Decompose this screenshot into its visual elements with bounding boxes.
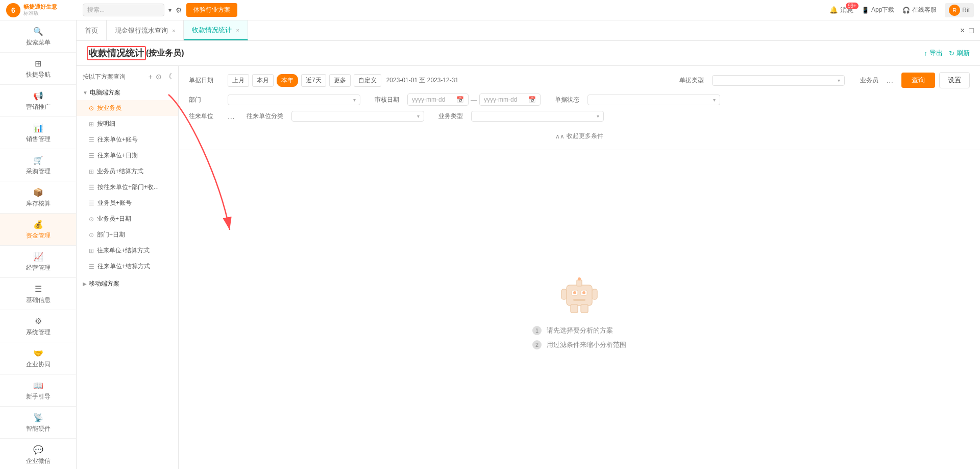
sidebar-item-search-menu[interactable]: 🔍 搜索菜单 [0,20,76,53]
dept-label: 部门 [189,96,219,104]
header-search-display: 搜索... [83,4,164,16]
sidebar-item-basic-info[interactable]: ☰ 基础信息 [0,278,76,310]
search-menu-icon: 🔍 [33,27,43,36]
tree-child-unit-dept[interactable]: ☰ 按往来单位+部门+收... [77,179,178,195]
salesperson-ellipsis-btn[interactable]: ... [887,76,893,85]
sidebar-item-smart-hw[interactable]: 📡 智能硬件 [0,407,76,439]
tree-child-unit-date[interactable]: ☰ 往来单位+日期 [77,148,178,163]
sidebar-item-sales[interactable]: 📊 销售管理 [0,117,76,149]
dept-arrow: ▾ [353,97,356,103]
date-btn-7days[interactable]: 近7天 [301,74,326,87]
audit-date-end[interactable]: yyyy-mm-dd 📅 [479,93,541,106]
panel-header: 按以下方案查询 + ⊙ 《 [77,72,178,85]
filter-row-1: 单据日期 上月 本月 本年 近7天 更多 自定义 2023-01-01 至 20… [189,72,970,88]
tab-cashflow-close[interactable]: × [172,28,175,34]
bill-type-arrow: ▾ [838,78,840,83]
by-detail-icon: ⊞ [89,121,94,128]
audit-date-label: 审核日期 [369,96,399,104]
tab-home[interactable]: 首页 [77,20,107,40]
collapse-btn[interactable]: ∧∧ 收起更多条件 [555,129,603,144]
header-dropdown-btn[interactable]: ▾ [168,7,172,14]
trial-btn[interactable]: 体验行业方案 [186,3,237,17]
tab-receipts[interactable]: 收款情况统计 × [184,20,248,40]
sidebar-item-business[interactable]: 📈 经营管理 [0,246,76,278]
tree-child-by-salesperson[interactable]: ⊙ 按业务员 [77,100,178,116]
svg-rect-9 [592,289,597,299]
filter-date-buttons: 上月 本月 本年 近7天 更多 自定义 2023-01-01 至 2023-12… [228,74,458,87]
left-panel: 按以下方案查询 + ⊙ 《 ▼ 电脑端方案 ⊙ 按业务员 [77,66,179,469]
newbie-icon: 📖 [33,381,43,390]
tree-parent-mobile[interactable]: ▶ 移动端方案 [77,276,178,291]
svg-rect-11 [581,304,588,313]
date-btn-custom[interactable]: 自定义 [354,74,381,87]
notification-btn[interactable]: 🔔 消息 99+ [829,6,853,15]
tree-mobile-label: 移动端方案 [89,279,119,288]
business-icon: 📈 [33,252,43,262]
date-btn-this-month[interactable]: 本月 [252,74,274,87]
date-btn-more[interactable]: 更多 [329,74,351,87]
sidebar-item-corp[interactable]: 🤝 企业协同 [0,342,76,374]
sidebar-item-system[interactable]: ⚙ 系统管理 [0,310,76,342]
sidebar-item-label-finance: 资金管理 [26,231,51,240]
empty-step-2: 2 用过滤条件来缩小分析范围 [532,340,626,349]
panel-settings-btn[interactable]: ⊙ [156,72,162,81]
sidebar-item-label-search-menu: 搜索菜单 [26,38,51,47]
date-btn-this-year[interactable]: 本年 [277,74,298,87]
tab-cashflow[interactable]: 现金银行流水查询 × [107,20,184,40]
sidebar-item-newbie[interactable]: 📖 新手引导 [0,374,76,407]
sidebar-item-quick-nav[interactable]: ⊞ 快捷导航 [0,53,76,85]
svg-rect-6 [577,280,582,286]
sidebar-item-marketing[interactable]: 📢 营销推广 [0,85,76,117]
sidebar-item-wechat[interactable]: 💬 企业微信 [0,439,76,469]
quick-nav-icon: ⊞ [35,59,41,68]
tree-child-salesperson-date[interactable]: ⊙ 业务员+日期 [77,211,178,227]
app-download-btn[interactable]: 📱 App下载 [862,6,894,14]
tree-parent-desktop[interactable]: ▼ 电脑端方案 [77,85,178,100]
header-gear-btn[interactable]: ⚙ [176,6,182,14]
salesperson-date-icon: ⊙ [89,216,94,223]
tab-win-close-btn[interactable]: × [960,26,965,35]
partner-ellipsis-btn[interactable]: ... [228,112,234,121]
header-user[interactable]: R Rit [945,3,974,17]
bill-status-select[interactable]: ▾ [587,95,720,105]
business-type-label: 业务类型 [432,112,463,121]
tab-cashflow-label: 现金银行流水查询 [115,26,168,35]
audit-date-start[interactable]: yyyy-mm-dd 📅 [407,93,469,106]
export-btn[interactable]: ↑ 导出 [924,49,943,58]
audit-date-end-placeholder: yyyy-mm-dd [484,96,517,103]
tree-child-salesperson-settle[interactable]: ⊞ 业务员+结算方式 [77,163,178,179]
tree-child-unit-settle2[interactable]: ☰ 往来单位+结算方式 [77,259,178,274]
avatar: R [949,5,960,16]
date-dash: — [471,96,477,104]
partner-category-select[interactable]: ▾ [291,111,424,122]
svg-point-4 [582,291,585,294]
sidebar-item-finance[interactable]: 💰 资金管理 [0,214,76,246]
step-2-text: 用过滤条件来缩小分析范围 [547,340,626,349]
tree-child-unit-account[interactable]: ☰ 往来单位+账号 [77,132,178,148]
step-1-num: 1 [532,326,542,335]
tree-child-by-detail[interactable]: ⊞ 按明细 [77,116,178,132]
tree-arrow-mobile: ▶ [83,281,87,287]
query-btn[interactable]: 查询 [901,73,935,88]
tab-bar: 首页 现金银行流水查询 × 收款情况统计 × × □ [77,20,980,41]
tree-child-dept-date[interactable]: ⊙ 部门+日期 [77,227,178,243]
tree-child-salesperson-account[interactable]: ☰ 业务员+账号 [77,195,178,211]
dept-select[interactable]: ▾ [228,95,360,105]
online-service-btn[interactable]: 🎧 在线客服 [902,6,937,14]
refresh-btn[interactable]: ↻ 刷新 [949,49,970,58]
sidebar-item-label-system: 系统管理 [26,328,51,337]
export-icon: ↑ [924,50,928,57]
tree-desktop-label: 电脑端方案 [90,88,120,97]
bill-type-select[interactable]: ▾ [712,75,845,86]
business-type-select[interactable]: ▾ [471,111,604,122]
tab-win-max-btn[interactable]: □ [969,26,974,35]
tab-receipts-close[interactable]: × [236,27,239,33]
sidebar-item-label-wechat: 企业微信 [26,457,51,465]
tree-child-unit-settle1[interactable]: ⊞ 往来单位+结算方式 [77,243,178,259]
sidebar-item-inventory[interactable]: 📦 库存核算 [0,181,76,214]
panel-add-btn[interactable]: + [149,72,153,81]
settings-btn[interactable]: 设置 [939,72,970,88]
panel-collapse-btn[interactable]: 《 [165,72,172,81]
date-btn-last-month[interactable]: 上月 [228,74,249,87]
sidebar-item-purchase[interactable]: 🛒 采购管理 [0,149,76,181]
